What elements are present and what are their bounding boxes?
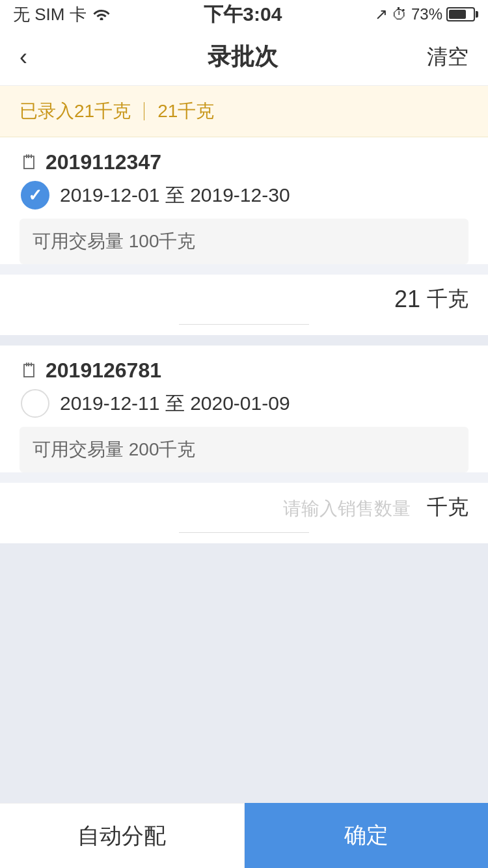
item-date-row-1: 2019-12-01 至 2019-12-30 <box>21 181 468 210</box>
confirm-button[interactable]: 确定 <box>245 803 489 868</box>
gray-area <box>0 543 488 804</box>
recorded-qty-label: 已录入21千克 <box>20 99 131 124</box>
input-unit-2: 千克 <box>427 493 468 522</box>
recorded-qty-value: 21千克 <box>157 99 214 124</box>
info-banner: 已录入21千克 21千克 <box>0 86 488 137</box>
item-header-1: 🗒 2019112347 <box>20 150 468 174</box>
time-label: 下午3:04 <box>204 1 282 28</box>
nav-bar: ‹ 录批次 清空 <box>0 29 488 86</box>
qty-row-1: 21 千克 <box>0 275 488 324</box>
qty-separator-1 <box>179 324 309 325</box>
section-divider <box>0 335 488 346</box>
document-icon-1: 🗒 <box>20 152 39 174</box>
qty-unit-1: 千克 <box>427 285 468 314</box>
item-header-2: 🗒 2019126781 <box>20 359 468 383</box>
available-qty-1: 可用交易量 100千克 <box>20 219 468 264</box>
location-icon: ↗ <box>375 5 388 23</box>
bottom-bar: 自动分配 确定 <box>0 803 488 868</box>
carrier-label: 无 SIM 卡 <box>13 3 87 26</box>
document-icon-2: 🗒 <box>20 360 39 382</box>
item-card-1: 🗒 2019112347 2019-12-01 至 2019-12-30 可用交… <box>0 137 488 264</box>
input-row-2: 千克 <box>0 483 488 532</box>
info-divider <box>144 102 144 120</box>
item-id-1: 2019112347 <box>46 150 161 174</box>
radio-btn-1[interactable] <box>21 181 49 210</box>
qty-value-1: 21 <box>394 286 420 313</box>
item-date-1: 2019-12-01 至 2019-12-30 <box>60 182 290 209</box>
wifi-icon <box>92 5 111 25</box>
clock-icon: ⏱ <box>392 5 407 23</box>
qty-input-2[interactable] <box>225 496 420 520</box>
item-date-row-2: 2019-12-11 至 2020-01-09 <box>21 389 468 418</box>
input-separator-2 <box>179 532 309 533</box>
back-button[interactable]: ‹ <box>20 44 59 71</box>
auto-distribute-button[interactable]: 自动分配 <box>0 803 245 868</box>
battery-percent: 73% <box>411 5 442 23</box>
radio-btn-2[interactable] <box>21 389 49 418</box>
page-title: 录批次 <box>208 41 278 73</box>
available-qty-2: 可用交易量 200千克 <box>20 427 468 472</box>
item-card-2: 🗒 2019126781 2019-12-11 至 2020-01-09 可用交… <box>0 346 488 472</box>
item-date-2: 2019-12-11 至 2020-01-09 <box>60 390 290 417</box>
battery-icon <box>446 7 475 21</box>
item-id-2: 2019126781 <box>46 359 161 383</box>
status-right: ↗ ⏱ 73% <box>375 5 475 23</box>
status-left: 无 SIM 卡 <box>13 3 111 26</box>
status-bar: 无 SIM 卡 下午3:04 ↗ ⏱ 73% <box>0 0 488 29</box>
clear-button[interactable]: 清空 <box>427 43 468 72</box>
